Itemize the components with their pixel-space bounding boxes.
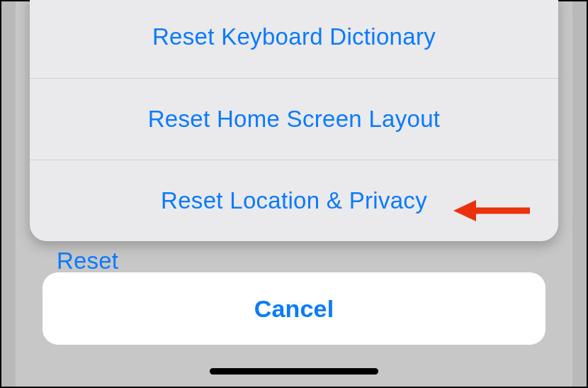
option-reset-keyboard-dictionary[interactable]: Reset Keyboard Dictionary <box>30 0 558 78</box>
option-label: Reset Keyboard Dictionary <box>152 23 436 50</box>
option-label: Reset Location & Privacy <box>161 187 427 214</box>
cancel-label: Cancel <box>254 295 334 323</box>
home-indicator[interactable] <box>210 368 378 375</box>
screen-background: Reset Reset Keyboard Dictionary Reset Ho… <box>16 1 572 387</box>
reset-action-sheet: Reset Keyboard Dictionary Reset Home Scr… <box>30 0 558 241</box>
cancel-button[interactable]: Cancel <box>43 272 545 345</box>
screenshot-frame: Reset Reset Keyboard Dictionary Reset Ho… <box>0 0 588 388</box>
background-reset-text: Reset <box>57 248 118 275</box>
option-reset-location-privacy[interactable]: Reset Location & Privacy <box>30 160 558 241</box>
option-reset-home-screen-layout[interactable]: Reset Home Screen Layout <box>30 78 558 160</box>
option-label: Reset Home Screen Layout <box>148 106 441 133</box>
